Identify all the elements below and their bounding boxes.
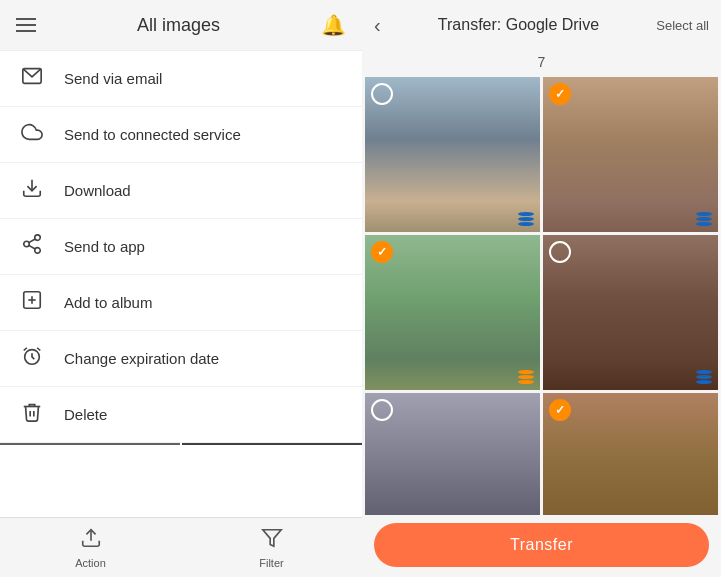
right-panel: ‹ Transfer: Google Drive Select all 7 xyxy=(362,0,721,577)
check-circle-2[interactable] xyxy=(549,83,571,105)
action-tab-label: Action xyxy=(75,557,106,569)
timer-icon xyxy=(20,345,44,372)
action-tab-icon xyxy=(80,527,102,554)
left-header: All images 🔔 xyxy=(0,0,362,50)
menu-label-send-app: Send to app xyxy=(64,238,145,255)
right-image-cell-2[interactable] xyxy=(543,77,718,232)
right-image-cell-6[interactable] xyxy=(543,393,718,515)
email-icon xyxy=(20,65,44,92)
back-button[interactable]: ‹ xyxy=(374,14,381,37)
menu-label-add-album: Add to album xyxy=(64,294,152,311)
menu-label-send-email: Send via email xyxy=(64,70,162,87)
check-circle-1[interactable] xyxy=(371,83,393,105)
db-overlay-r3 xyxy=(518,370,534,384)
filter-tab-icon xyxy=(261,527,283,554)
delete-icon xyxy=(20,401,44,428)
check-circle-3[interactable] xyxy=(371,241,393,263)
right-image-grid xyxy=(362,74,721,515)
right-image-cell-3[interactable] xyxy=(365,235,540,390)
right-image-cell-5[interactable] xyxy=(365,393,540,515)
bell-icon[interactable]: 🔔 xyxy=(321,13,346,37)
check-circle-5[interactable] xyxy=(371,399,393,421)
menu-item-send-email[interactable]: Send via email xyxy=(0,51,362,107)
db-overlay-r2 xyxy=(696,212,712,226)
menu-label-delete: Delete xyxy=(64,406,107,423)
svg-marker-12 xyxy=(262,529,280,546)
svg-point-3 xyxy=(24,241,30,247)
menu-label-send-cloud: Send to connected service xyxy=(64,126,241,143)
svg-point-4 xyxy=(35,248,41,254)
right-title: Transfer: Google Drive xyxy=(389,16,649,34)
menu-item-delete[interactable]: Delete xyxy=(0,387,362,443)
db-overlay-r1 xyxy=(518,212,534,226)
filter-tab-label: Filter xyxy=(259,557,283,569)
menu-label-expiration: Change expiration date xyxy=(64,350,219,367)
transfer-button[interactable]: Transfer xyxy=(374,523,709,567)
menu-item-download[interactable]: Download xyxy=(0,163,362,219)
tab-filter[interactable]: Filter xyxy=(181,518,362,577)
image-count: 7 xyxy=(362,50,721,74)
hamburger-menu-icon[interactable] xyxy=(16,18,36,32)
menu-item-add-album[interactable]: Add to album xyxy=(0,275,362,331)
right-image-cell-1[interactable] xyxy=(365,77,540,232)
svg-line-5 xyxy=(29,245,35,249)
tab-action[interactable]: Action xyxy=(0,518,181,577)
action-menu: Send via email Send to connected service… xyxy=(0,50,362,443)
svg-line-6 xyxy=(29,239,35,243)
check-circle-6[interactable] xyxy=(549,399,571,421)
page-title: All images xyxy=(137,15,220,36)
left-tabbar: Action Filter xyxy=(0,517,362,577)
album-icon xyxy=(20,289,44,316)
select-all-button[interactable]: Select all xyxy=(656,18,709,33)
menu-item-send-app[interactable]: Send to app xyxy=(0,219,362,275)
right-header: ‹ Transfer: Google Drive Select all xyxy=(362,0,721,50)
right-image-cell-4[interactable] xyxy=(543,235,718,390)
check-circle-4[interactable] xyxy=(549,241,571,263)
download-icon xyxy=(20,177,44,204)
svg-point-2 xyxy=(35,235,41,241)
share-icon xyxy=(20,233,44,260)
menu-item-expiration[interactable]: Change expiration date xyxy=(0,331,362,387)
menu-label-download: Download xyxy=(64,182,131,199)
transfer-button-row: Transfer xyxy=(362,515,721,577)
menu-item-send-cloud[interactable]: Send to connected service xyxy=(0,107,362,163)
left-panel: All images 🔔 xyxy=(0,0,362,577)
cloud-icon xyxy=(20,121,44,148)
db-overlay-r4 xyxy=(696,370,712,384)
